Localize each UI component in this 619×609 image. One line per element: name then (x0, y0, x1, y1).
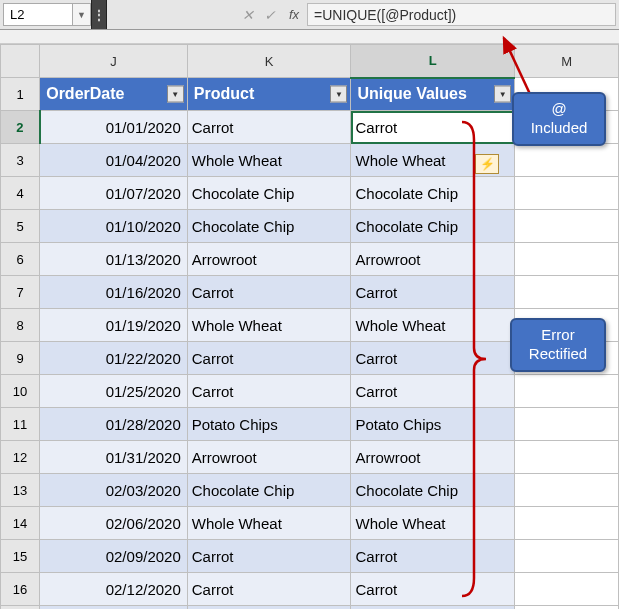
row-header-8[interactable]: 8 (1, 309, 40, 342)
table-row: 1302/03/2020Chocolate ChipChocolate Chip (1, 474, 619, 507)
cell-orderdate[interactable]: 01/01/2020 (40, 111, 188, 144)
table-row: 1001/25/2020CarrotCarrot (1, 375, 619, 408)
table-header-orderdate[interactable]: OrderDate ▼ (40, 78, 188, 111)
filter-dropdown-icon[interactable]: ▼ (330, 86, 347, 103)
cell-M11[interactable] (515, 408, 619, 441)
cell-product[interactable]: Carrot (187, 573, 351, 606)
row-header-13[interactable]: 13 (1, 474, 40, 507)
cell-M3[interactable] (515, 144, 619, 177)
row-header-12[interactable]: 12 (1, 441, 40, 474)
table-row: 701/16/2020CarrotCarrot (1, 276, 619, 309)
cell-product[interactable]: Chocolate Chip (187, 474, 351, 507)
table-header-unique[interactable]: Unique Values ▼ (351, 78, 515, 111)
col-header-J[interactable]: J (40, 45, 188, 78)
row-header-14[interactable]: 14 (1, 507, 40, 540)
cell-product[interactable]: Arrowroot (187, 441, 351, 474)
cell-product[interactable]: Arrowroot (187, 243, 351, 276)
name-box-dropdown-icon[interactable]: ▼ (73, 3, 91, 26)
cell-unique[interactable]: Arrowroot (351, 441, 515, 474)
cell-unique[interactable]: Chocolate Chip (351, 210, 515, 243)
cell-orderdate[interactable]: 01/25/2020 (40, 375, 188, 408)
cell-product[interactable]: Chocolate Chip (187, 177, 351, 210)
cell-orderdate[interactable]: 01/16/2020 (40, 276, 188, 309)
cell-M14[interactable] (515, 507, 619, 540)
table-row: 501/10/2020Chocolate ChipChocolate Chip (1, 210, 619, 243)
row-header-1[interactable]: 1 (1, 78, 40, 111)
formula-bar-spacer (107, 0, 237, 29)
cell-product[interactable]: Carrot (187, 540, 351, 573)
row-header-17[interactable]: 17 (1, 606, 40, 610)
row-header-4[interactable]: 4 (1, 177, 40, 210)
cell-unique[interactable]: Chocolate Chip (351, 474, 515, 507)
cell-orderdate[interactable]: 02/06/2020 (40, 507, 188, 540)
select-all-corner[interactable] (1, 45, 40, 78)
callout-line: Rectified (524, 345, 592, 364)
cell-M10[interactable] (515, 375, 619, 408)
cell-product[interactable]: Carrot (187, 375, 351, 408)
table-row: 601/13/2020ArrowrootArrowroot (1, 243, 619, 276)
cell-unique[interactable]: Carrot (351, 342, 515, 375)
row-header-16[interactable]: 16 (1, 573, 40, 606)
cell-unique[interactable]: Carrot (351, 375, 515, 408)
cell-orderdate[interactable]: 02/09/2020 (40, 540, 188, 573)
table-header-label: Product (194, 85, 254, 102)
cell-orderdate[interactable]: 01/07/2020 (40, 177, 188, 210)
cell-unique[interactable]: Arrowroot (351, 243, 515, 276)
row-header-7[interactable]: 7 (1, 276, 40, 309)
cell-M17[interactable] (515, 606, 619, 610)
row-header-3[interactable]: 3 (1, 144, 40, 177)
row-header-6[interactable]: 6 (1, 243, 40, 276)
fx-icon[interactable]: fx (281, 0, 307, 29)
cell-product[interactable]: Whole Wheat (187, 144, 351, 177)
cell-unique[interactable]: Carrot (351, 573, 515, 606)
cell-orderdate[interactable]: 01/31/2020 (40, 441, 188, 474)
cell-unique[interactable]: Potato Chips (351, 606, 515, 610)
table-row: 1101/28/2020Potato ChipsPotato Chips (1, 408, 619, 441)
cell-unique[interactable]: Whole Wheat (351, 309, 515, 342)
enter-formula-icon[interactable]: ✓ (259, 0, 281, 29)
row-header-9[interactable]: 9 (1, 342, 40, 375)
row-header-11[interactable]: 11 (1, 408, 40, 441)
cell-unique[interactable]: Potato Chips (351, 408, 515, 441)
cell-orderdate[interactable]: 02/12/2020 (40, 573, 188, 606)
cell-unique[interactable]: Carrot (351, 111, 515, 144)
cell-M7[interactable] (515, 276, 619, 309)
cell-orderdate[interactable]: 02/03/2020 (40, 474, 188, 507)
cell-M16[interactable] (515, 573, 619, 606)
cell-M12[interactable] (515, 441, 619, 474)
row-header-5[interactable]: 5 (1, 210, 40, 243)
cell-unique[interactable]: Whole Wheat (351, 507, 515, 540)
cell-product[interactable]: Potato Chips (187, 606, 351, 610)
cell-orderdate[interactable]: 01/10/2020 (40, 210, 188, 243)
cell-orderdate[interactable]: 02/15/2020 (40, 606, 188, 610)
table-header-product[interactable]: Product ▼ (187, 78, 351, 111)
name-box[interactable]: L2 (3, 3, 73, 26)
col-header-K[interactable]: K (187, 45, 351, 78)
cell-orderdate[interactable]: 01/13/2020 (40, 243, 188, 276)
cell-M15[interactable] (515, 540, 619, 573)
cell-product[interactable]: Potato Chips (187, 408, 351, 441)
cell-orderdate[interactable]: 01/22/2020 (40, 342, 188, 375)
cell-product[interactable]: Whole Wheat (187, 507, 351, 540)
cell-product[interactable]: Whole Wheat (187, 309, 351, 342)
row-header-15[interactable]: 15 (1, 540, 40, 573)
cell-unique[interactable]: Carrot (351, 540, 515, 573)
cell-M5[interactable] (515, 210, 619, 243)
cell-orderdate[interactable]: 01/28/2020 (40, 408, 188, 441)
cell-unique[interactable]: Carrot (351, 276, 515, 309)
cell-product[interactable]: Chocolate Chip (187, 210, 351, 243)
row-header-10[interactable]: 10 (1, 375, 40, 408)
cell-M13[interactable] (515, 474, 619, 507)
cell-M6[interactable] (515, 243, 619, 276)
cell-orderdate[interactable]: 01/19/2020 (40, 309, 188, 342)
formula-input[interactable]: =UNIQUE([@Product]) (307, 3, 616, 26)
cell-product[interactable]: Carrot (187, 111, 351, 144)
cell-unique[interactable]: Chocolate Chip (351, 177, 515, 210)
filter-dropdown-icon[interactable]: ▼ (167, 86, 184, 103)
cell-product[interactable]: Carrot (187, 342, 351, 375)
cell-product[interactable]: Carrot (187, 276, 351, 309)
cell-M4[interactable] (515, 177, 619, 210)
cell-orderdate[interactable]: 01/04/2020 (40, 144, 188, 177)
cancel-formula-icon[interactable]: ✕ (237, 0, 259, 29)
row-header-2[interactable]: 2 (1, 111, 40, 144)
